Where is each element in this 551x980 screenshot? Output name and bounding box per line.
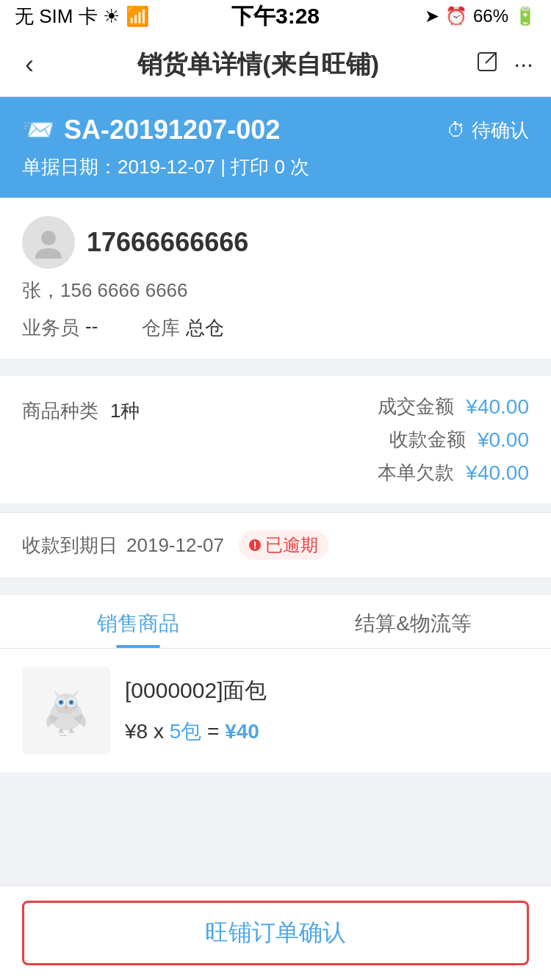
share-icon[interactable] — [475, 50, 499, 79]
customer-section: 17666666666 张，156 6666 6666 业务员 -- 仓库 总仓 — [0, 198, 551, 359]
order-envelope-icon: 📨 — [22, 115, 55, 145]
tab-products-label: 销售商品 — [97, 610, 179, 638]
customer-name: 张，156 6666 6666 — [22, 278, 529, 303]
more-icon[interactable]: ··· — [514, 51, 533, 78]
summary-left: 商品种类 1种 — [22, 394, 140, 424]
overdue-text: 已逾期 — [265, 533, 318, 557]
battery-level: 66% — [473, 6, 508, 26]
battery-icon: 🔋 — [514, 6, 536, 26]
order-date: 单据日期：2019-12-07 | 打印 0 次 — [22, 154, 529, 180]
alarm-icon: ⏰ — [445, 6, 467, 26]
svg-point-9 — [70, 701, 73, 704]
tab-products[interactable]: 销售商品 — [0, 595, 276, 648]
overdue-icon: ! — [249, 539, 261, 551]
product-code: [0000002] — [125, 678, 223, 702]
product-type-label: 商品种类 — [22, 398, 98, 424]
warehouse-item: 仓库 总仓 — [142, 315, 224, 341]
salesperson-item: 业务员 -- — [22, 315, 98, 341]
product-display-name: 面包 — [223, 678, 267, 702]
customer-phone: 17666666666 — [87, 227, 248, 258]
product-name: [0000002]面包 — [125, 676, 529, 706]
tab-settlement-label: 结算&物流等 — [355, 610, 472, 638]
clock-icon: ⏱ — [447, 119, 466, 142]
due-date-label: 收款到期日 — [22, 533, 118, 558]
product-type-value: 1种 — [110, 398, 140, 424]
status-time: 下午3:28 — [231, 1, 320, 32]
multiply-sign: x — [154, 720, 170, 743]
amount-row-deal: 成交金额 ¥40.00 — [378, 394, 529, 419]
status-bar: 无 SIM 卡 ☀ 📶 下午3:28 ➤ ⏰ 66% 🔋 — [0, 0, 551, 32]
customer-top: 17666666666 — [22, 216, 529, 269]
salesperson-value: -- — [85, 315, 98, 341]
status-right: ➤ ⏰ 66% 🔋 — [425, 6, 536, 26]
product-price-formula: ¥8 x 5包 = ¥40 — [125, 718, 529, 746]
bottom-bar: 旺铺订单确认 — [0, 885, 551, 980]
due-date-value: 2019-12-07 — [126, 534, 224, 557]
owed-amount-label: 本单欠款 — [378, 460, 454, 486]
warehouse-value: 总仓 — [186, 315, 224, 341]
received-amount-value: ¥0.00 — [478, 428, 529, 452]
tabs-section: 销售商品 结算&物流等 — [0, 595, 551, 772]
order-id-text: SA-20191207-002 — [64, 115, 280, 145]
deal-amount-label: 成交金额 — [378, 394, 454, 419]
warehouse-label: 仓库 — [142, 315, 180, 341]
wifi-icon: 📶 — [126, 5, 149, 28]
salesperson-label: 业务员 — [22, 315, 79, 341]
product-info: [0000002]面包 ¥8 x 5包 = ¥40 — [125, 676, 529, 746]
product-image: 管+ — [22, 666, 110, 754]
product-unit-price: ¥8 — [125, 720, 148, 743]
back-button[interactable]: ‹ — [18, 42, 41, 87]
svg-text:管+: 管+ — [59, 734, 73, 736]
customer-avatar — [22, 216, 75, 269]
tabs-bar: 销售商品 结算&物流等 — [0, 595, 551, 649]
tab-products-underline — [116, 645, 160, 648]
customer-meta: 业务员 -- 仓库 总仓 — [22, 315, 529, 341]
received-amount-label: 收款金额 — [389, 427, 466, 453]
overdue-badge: ! 已逾期 — [239, 530, 328, 560]
svg-point-6 — [60, 701, 62, 704]
location-icon: ➤ — [425, 6, 439, 26]
product-quantity: 5包 — [170, 720, 202, 743]
amount-row-received: 收款金额 ¥0.00 — [389, 427, 529, 453]
product-item: 管+ [0000002]面包 ¥8 x 5包 = ¥40 — [0, 649, 551, 772]
nav-actions: ··· — [475, 50, 533, 79]
due-date-section: 收款到期日 2019-12-07 ! 已逾期 — [0, 513, 551, 577]
summary-right: 成交金额 ¥40.00 收款金额 ¥0.00 本单欠款 ¥40.00 — [378, 394, 529, 486]
order-header-top: 📨 SA-20191207-002 ⏱ 待确认 — [22, 115, 529, 145]
order-status-text: 待确认 — [472, 118, 529, 143]
owed-amount-value: ¥40.00 — [466, 461, 529, 485]
summary-section: 商品种类 1种 成交金额 ¥40.00 收款金额 ¥0.00 本单欠款 ¥40.… — [0, 376, 551, 503]
deal-amount-value: ¥40.00 — [466, 395, 529, 419]
order-id: 📨 SA-20191207-002 — [22, 115, 280, 145]
status-left: 无 SIM 卡 ☀ 📶 — [15, 4, 149, 29]
amount-row-owed: 本单欠款 ¥40.00 — [378, 460, 529, 486]
nav-bar: ‹ 销货单详情(来自旺铺) ··· — [0, 32, 551, 97]
order-status: ⏱ 待确认 — [447, 118, 529, 143]
page-title: 销货单详情(来自旺铺) — [137, 48, 379, 82]
confirm-order-button[interactable]: 旺铺订单确认 — [22, 901, 529, 965]
sim-status: 无 SIM 卡 ☀ — [15, 4, 120, 29]
svg-point-1 — [41, 231, 56, 245]
tab-settlement[interactable]: 结算&物流等 — [276, 595, 551, 648]
order-header: 📨 SA-20191207-002 ⏱ 待确认 单据日期：2019-12-07 … — [0, 97, 551, 198]
product-total: ¥40 — [225, 720, 259, 743]
equals-sign: = — [207, 720, 225, 743]
